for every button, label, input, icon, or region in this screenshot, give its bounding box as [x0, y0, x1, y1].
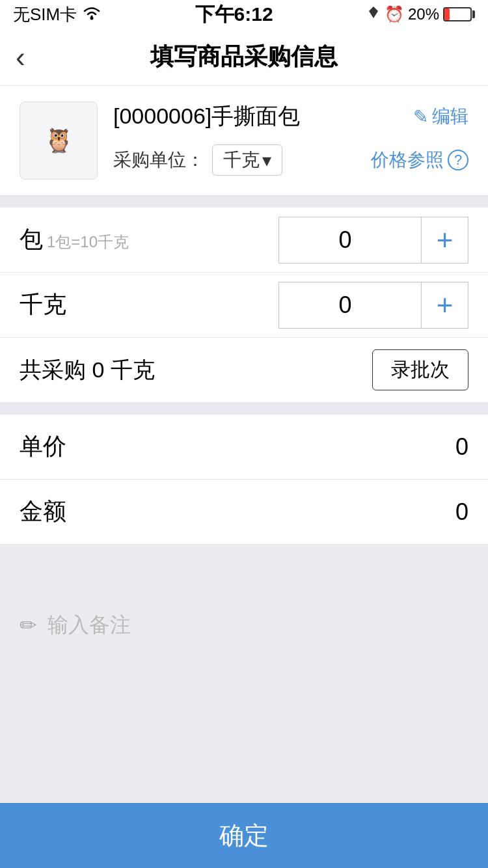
product-bottom-row: 采购单位： 千克 ▾ 价格参照 ?	[113, 144, 468, 176]
unit-price-label: 单价	[20, 431, 66, 463]
main-content: 🦉 [0000006]手撕面包 ✎ 编辑 采购单位： 千克 ▾	[0, 86, 488, 803]
input-section: 包1包=10千克 + 千克 +	[0, 208, 488, 338]
divider-2	[0, 403, 488, 414]
confirm-label: 确定	[219, 819, 269, 852]
bag-quantity-input[interactable]	[278, 217, 422, 264]
bag-sublabel: 1包=10千克	[47, 233, 129, 251]
background-spacer	[0, 707, 488, 804]
amount-label: 金额	[20, 496, 66, 528]
product-top-row: [0000006]手撕面包 ✎ 编辑	[113, 102, 468, 131]
status-time: 下午6:12	[195, 1, 273, 28]
kg-label: 千克	[20, 289, 124, 321]
edit-button[interactable]: ✎ 编辑	[413, 104, 468, 129]
status-right-icons: ⏰ 20%	[366, 5, 475, 23]
battery-percentage: 20%	[408, 5, 439, 23]
unit-price-value: 0	[455, 433, 468, 461]
kg-input-row: 千克 +	[0, 273, 488, 338]
summary-text: 共采购 0 千克	[20, 355, 155, 385]
svg-point-0	[90, 16, 94, 20]
unit-price-row: 单价 0	[0, 414, 488, 480]
bag-input-right: +	[278, 217, 468, 264]
divider-1	[0, 196, 488, 208]
page-title: 填写商品采购信息	[150, 41, 338, 73]
product-info: [0000006]手撕面包 ✎ 编辑 采购单位： 千克 ▾ 价格参照 ?	[113, 102, 468, 176]
battery-icon	[443, 7, 475, 21]
unit-select[interactable]: 千克 ▾	[212, 144, 282, 176]
product-image: 🦉	[20, 102, 98, 180]
bag-plus-button[interactable]: +	[422, 217, 468, 264]
confirm-button[interactable]: 确定	[0, 803, 488, 868]
product-name: [0000006]手撕面包	[113, 102, 300, 131]
dropdown-arrow-icon: ▾	[262, 150, 271, 171]
pencil-icon: ✏	[20, 613, 37, 638]
unit-label: 采购单位：	[113, 148, 204, 172]
kg-input-right: +	[278, 282, 468, 329]
status-carrier-wifi: 无SIM卡	[13, 3, 102, 26]
notes-placeholder: 输入备注	[47, 611, 131, 640]
back-button[interactable]: ‹	[16, 43, 25, 72]
unit-value: 千克	[223, 148, 260, 172]
alarm-icon: ⏰	[385, 5, 404, 23]
kg-plus-button[interactable]: +	[422, 282, 468, 329]
status-bar: 无SIM卡 下午6:12 ⏰ 20%	[0, 0, 488, 29]
price-ref-label: 价格参照	[371, 148, 444, 172]
edit-icon: ✎	[413, 106, 428, 128]
unit-row: 采购单位： 千克 ▾	[113, 144, 282, 176]
amount-row: 金额 0	[0, 480, 488, 545]
notes-section[interactable]: ✏ 输入备注	[0, 545, 488, 707]
bag-label: 包1包=10千克	[20, 224, 129, 256]
product-owl-icon: 🦉	[44, 127, 74, 154]
location-icon	[366, 5, 381, 23]
carrier-text: 无SIM卡	[13, 3, 77, 26]
price-reference-button[interactable]: 价格参照 ?	[371, 148, 468, 172]
kg-quantity-input[interactable]	[278, 282, 422, 329]
summary-row: 共采购 0 千克 录批次	[0, 338, 488, 403]
edit-label: 编辑	[432, 104, 468, 129]
amount-value: 0	[455, 498, 468, 526]
bag-input-row: 包1包=10千克 +	[0, 208, 488, 273]
batch-button[interactable]: 录批次	[372, 349, 468, 390]
price-section: 单价 0 金额 0	[0, 414, 488, 545]
nav-bar: ‹ 填写商品采购信息	[0, 29, 488, 86]
product-card: 🦉 [0000006]手撕面包 ✎ 编辑 采购单位： 千克 ▾	[0, 86, 488, 196]
wifi-icon	[82, 5, 102, 25]
info-icon: ?	[448, 150, 468, 170]
